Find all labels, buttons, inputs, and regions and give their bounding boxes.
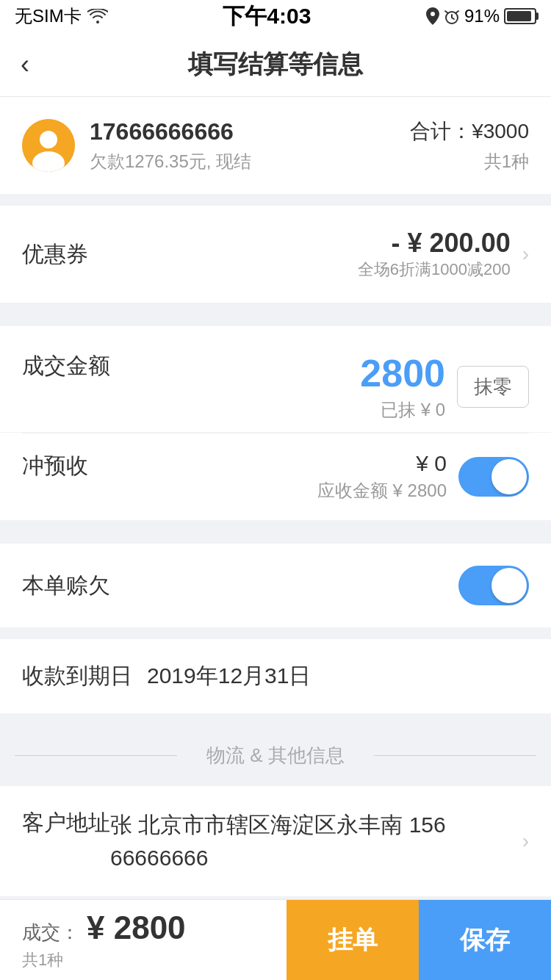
amount-col: 2800 已抹 ¥ 0: [360, 351, 445, 422]
coupon-chevron-icon: ›: [522, 242, 529, 266]
round-button[interactable]: 抹零: [457, 366, 529, 408]
status-time: 下午4:03: [223, 1, 311, 32]
customer-sub: 欠款1276.35元, 现结: [90, 150, 251, 173]
debt-right: [458, 566, 529, 605]
coupon-label: 优惠券: [22, 239, 88, 270]
customer-total: 合计：¥3000 共1种: [410, 118, 529, 173]
customer-card: 17666666666 欠款1276.35元, 现结 合计：¥3000 共1种: [0, 97, 551, 194]
amount-row: 成交金额 2800 已抹 ¥ 0 抹零: [0, 326, 551, 433]
address-value: 张 北京市市辖区海淀区永丰南 156 66666666: [110, 808, 515, 874]
logistics-header-text: 物流 & 其他信息: [206, 743, 345, 768]
prepayment-toggle[interactable]: [458, 457, 529, 497]
summary-label: 成交：: [22, 920, 79, 945]
battery-percent: 91%: [464, 6, 500, 26]
status-right: 91%: [426, 6, 536, 26]
alarm-icon: [444, 7, 460, 25]
summary-amount: ¥ 2800: [87, 909, 186, 946]
prepayment-amount: ¥ 0: [416, 451, 447, 476]
coupon-right: - ¥ 200.00 全场6折满1000减200 ›: [358, 228, 529, 281]
bottom-summary: 成交： ¥ 2800 共1种: [0, 900, 287, 980]
status-carrier: 无SIM卡: [15, 4, 108, 28]
address-label: 客户地址: [22, 808, 110, 838]
coupon-section: 优惠券 - ¥ 200.00 全场6折满1000减200 ›: [0, 206, 551, 303]
location-icon: [426, 7, 439, 25]
debt-toggle-knob: [491, 568, 527, 603]
coupon-detail: - ¥ 200.00 全场6折满1000减200: [358, 228, 511, 281]
total-count: 共1种: [410, 150, 529, 173]
bottom-bar: 成交： ¥ 2800 共1种 挂单 保存: [0, 899, 551, 980]
back-button[interactable]: ‹: [21, 49, 29, 80]
total-label: 合计：¥3000: [410, 118, 529, 145]
prepayment-col: ¥ 0 应收金额 ¥ 2800: [317, 451, 447, 502]
carrier-text: 无SIM卡: [15, 4, 82, 28]
address-chevron-icon: ›: [522, 829, 529, 853]
prepayment-label: 冲预收: [22, 451, 88, 481]
due-date-section: 收款到期日 2019年12月31日: [0, 639, 551, 713]
svg-point-2: [40, 131, 57, 148]
customer-phone: 17666666666: [90, 118, 251, 145]
hold-button[interactable]: 挂单: [287, 900, 419, 980]
customer-left: 17666666666 欠款1276.35元, 现结: [22, 118, 251, 173]
address-section: 客户地址 张 北京市市辖区海淀区永丰南 156 66666666 ›: [0, 786, 551, 896]
debt-label: 本单赊欠: [22, 571, 110, 601]
nav-bar: ‹ 填写结算等信息: [0, 32, 551, 97]
due-value: 2019年12月31日: [147, 661, 311, 691]
header-line-right: [374, 755, 536, 756]
debt-toggle[interactable]: [458, 566, 529, 605]
coupon-row[interactable]: 优惠券 - ¥ 200.00 全场6折满1000减200 ›: [0, 206, 551, 303]
header-line-left: [15, 755, 177, 756]
due-label: 收款到期日: [22, 661, 132, 691]
debt-section: 本单赊欠: [0, 544, 551, 627]
amount-label: 成交金额: [22, 351, 110, 381]
amount-value: 2800: [360, 351, 445, 395]
logistics-section-header: 物流 & 其他信息: [0, 725, 551, 786]
wifi-icon: [87, 9, 108, 24]
toggle-knob: [491, 459, 527, 494]
page-title: 填写结算等信息: [188, 48, 363, 82]
address-row[interactable]: 客户地址 张 北京市市辖区海淀区永丰南 156 66666666 ›: [0, 786, 551, 896]
avatar: [22, 119, 75, 172]
customer-info: 17666666666 欠款1276.35元, 现结: [90, 118, 251, 173]
status-bar: 无SIM卡 下午4:03 91%: [0, 0, 551, 32]
save-button[interactable]: 保存: [419, 900, 551, 980]
prepayment-sub: 应收金额 ¥ 2800: [317, 479, 447, 502]
coupon-discount: - ¥ 200.00: [358, 228, 511, 259]
battery-icon: [504, 8, 536, 24]
transaction-section: 成交金额 2800 已抹 ¥ 0 抹零 冲预收 ¥ 0 应收金额 ¥ 2800: [0, 326, 551, 520]
amount-row-right: 2800 已抹 ¥ 0 抹零: [360, 351, 529, 422]
amount-sub: 已抹 ¥ 0: [381, 398, 445, 422]
prepayment-row: 冲预收 ¥ 0 应收金额 ¥ 2800: [0, 433, 551, 520]
divider-2: [0, 532, 551, 544]
divider-1: [0, 314, 551, 326]
prepayment-right: ¥ 0 应收金额 ¥ 2800: [317, 451, 529, 502]
coupon-sub: 全场6折满1000减200: [358, 259, 511, 281]
debt-row: 本单赊欠: [0, 544, 551, 627]
summary-count: 共1种: [22, 949, 264, 971]
summary-top: 成交： ¥ 2800: [22, 909, 264, 946]
